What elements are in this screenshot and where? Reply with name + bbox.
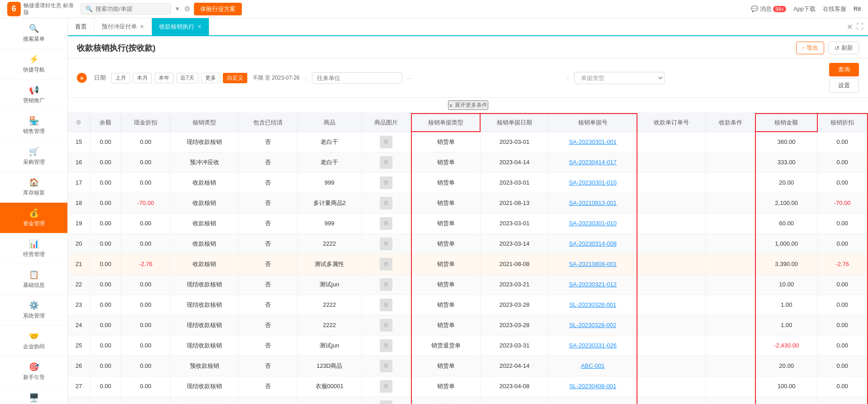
- sidebar-item-operations[interactable]: 📊 经营管理: [0, 233, 67, 264]
- cell-verify-bill-no[interactable]: SA-20230321-012: [549, 274, 637, 295]
- cell-goods-img: 图: [362, 376, 411, 396]
- expand-window-icon[interactable]: ⛶: [856, 23, 863, 31]
- cell-verify-amount: 1.00: [755, 295, 817, 315]
- sidebar-item-smart[interactable]: 🖥️ 智能硬件: [0, 387, 67, 404]
- cell-no: 20: [68, 233, 90, 254]
- online-service-link[interactable]: 在线客服: [823, 5, 846, 13]
- user-name[interactable]: Rit: [854, 5, 861, 12]
- date-btn-custom[interactable]: 自定义: [223, 73, 247, 83]
- sidebar-item-label-system: 系统管理: [23, 312, 45, 320]
- cell-verify-bill-no[interactable]: SL-20230418-001: [549, 396, 637, 404]
- th-settings[interactable]: ⚙: [68, 114, 90, 132]
- table-row: 22 0.00 0.00 现结收款核销 否 测试jun 图 销货单 2023-0…: [68, 274, 868, 295]
- sidebar-item-basic[interactable]: 📋 基础信息: [0, 264, 67, 295]
- cell-verify-type: 收款核销: [170, 254, 239, 274]
- cell-receipt-order-no: [637, 335, 706, 356]
- cell-cash-discount: 0.00: [121, 356, 170, 376]
- sidebar-item-label-inventory: 库存核算: [23, 189, 45, 197]
- table-row: 16 0.00 0.00 预冲冲应收 否 老白干 图 销货单 2023-04-1…: [68, 152, 868, 172]
- search-wrap[interactable]: 🔍: [80, 3, 171, 14]
- sidebar-item-enterprise[interactable]: 🤝 企业协同: [0, 326, 67, 356]
- type-filter-select[interactable]: 单据类型: [574, 72, 665, 84]
- sidebar-item-quick[interactable]: ⚡ 快捷导航: [0, 49, 67, 80]
- top-bar-right: 💬 消息 99+ App下载 在线客服 Rit: [751, 5, 861, 13]
- search-input[interactable]: [95, 5, 159, 12]
- cell-verify-bill-no[interactable]: SL-20230328-001: [549, 295, 637, 315]
- table-wrap[interactable]: ⚙ 余额 现金折扣 核销类型 包含已结清 商品 商品图片 核销单据类型 核销单据…: [68, 113, 868, 404]
- sidebar-item-sales[interactable]: 🏪 销售管理: [0, 110, 67, 141]
- cell-verify-bill-no[interactable]: SL-20230408-001: [549, 376, 637, 396]
- cell-receipt-condition: [706, 152, 755, 172]
- cell-receipt-order-no: [637, 213, 706, 233]
- query-button[interactable]: 查询: [829, 63, 859, 76]
- close-window-icon[interactable]: ✕: [847, 23, 853, 31]
- cell-verify-bill-no[interactable]: SA-20230331-026: [549, 335, 637, 356]
- cell-verify-bill-no[interactable]: SA-20230314-008: [549, 233, 637, 254]
- logo-icon: 6: [7, 2, 21, 16]
- quick-nav-icon: ⚡: [29, 54, 39, 64]
- sidebar-item-inventory[interactable]: 🏠 库存核算: [0, 172, 67, 203]
- date-filter-label: 日期: [94, 74, 106, 82]
- sidebar: 🔍 搜索菜单 ⚡ 快捷导航 📢 营销推广 🏪 销售管理 🛒 采购管理 🏠 库存核…: [0, 18, 68, 404]
- sidebar-item-label-quick: 快捷导航: [23, 66, 45, 74]
- date-btn-7days[interactable]: 近7天: [176, 73, 198, 83]
- cell-verify-bill-no[interactable]: SA-20230414-017: [549, 152, 637, 172]
- date-btn-this-month[interactable]: 本月: [133, 73, 152, 83]
- cell-verify-discount: -2.76: [817, 254, 868, 274]
- unit-filter-input[interactable]: [312, 72, 402, 84]
- page-header: 收款核销执行(按收款) ↑ 导出 ↺ 刷新: [68, 36, 868, 58]
- cell-verify-bill-no[interactable]: SA-20230301-010: [549, 213, 637, 233]
- export-button[interactable]: ↑ 导出: [796, 42, 825, 54]
- th-verify-type: 核销类型: [170, 114, 239, 132]
- expand-more-button[interactable]: ∨ 展开更多条件: [448, 100, 488, 110]
- date-btn-last-month[interactable]: 上月: [111, 73, 130, 83]
- tab-prepay[interactable]: 预付冲应付单 ✕: [94, 18, 152, 36]
- notification-badge: 99+: [773, 6, 786, 12]
- date-btn-more[interactable]: 更多: [201, 73, 220, 83]
- cell-goods: 衣服00001: [297, 376, 362, 396]
- cell-balance: 0.00: [90, 376, 121, 396]
- sidebar-item-purchase[interactable]: 🛒 采购管理: [0, 141, 67, 172]
- sidebar-item-marketing[interactable]: 📢 营销推广: [0, 80, 67, 110]
- table-row: 21 0.00 -2.76 收款核销 否 测试多属性 图 销货单 2021-08…: [68, 254, 868, 274]
- gear-icon[interactable]: ⚙: [184, 5, 190, 13]
- cell-include-settled: 否: [239, 193, 297, 213]
- cell-verify-bill-no[interactable]: SA-20210813-001: [549, 193, 637, 213]
- cell-verify-bill-no[interactable]: SL-20230328-002: [549, 315, 637, 335]
- main-layout: 🔍 搜索菜单 ⚡ 快捷导航 📢 营销推广 🏪 销售管理 🛒 采购管理 🏠 库存核…: [0, 18, 868, 404]
- cell-verify-discount: 0.00: [817, 376, 868, 396]
- notification-area[interactable]: 💬 消息 99+: [751, 5, 786, 13]
- sidebar-item-newbie[interactable]: 🎯 新手引导: [0, 356, 67, 387]
- cell-verify-bill-no[interactable]: SA-20230301-001: [549, 132, 637, 152]
- date-btn-this-year[interactable]: 本年: [155, 73, 174, 83]
- cell-cash-discount: 0.00: [121, 335, 170, 356]
- cell-include-settled: 否: [239, 132, 297, 152]
- cell-verify-bill-no[interactable]: SA-20230301-010: [549, 172, 637, 193]
- table-row: 28 0.00 0.00 现结收款核销 否 2222 图 销货单 2023-04…: [68, 396, 868, 404]
- tab-receivable[interactable]: 收款核销执行 ✕: [152, 18, 209, 36]
- cell-verify-bill-date: 2023-03-28: [480, 315, 549, 335]
- app-download-link[interactable]: App下载: [793, 5, 816, 13]
- refresh-button[interactable]: ↺ 刷新: [829, 42, 859, 54]
- top-search-area: 🔍 ▼ ⚙ 体验行业方案: [80, 3, 745, 15]
- industry-button[interactable]: 体验行业方案: [194, 3, 242, 15]
- filter-expand-button[interactable]: »: [77, 73, 87, 83]
- chevron-down-icon[interactable]: ▼: [175, 5, 180, 12]
- cell-verify-bill-type: 销货单: [411, 152, 480, 172]
- cell-goods: 老白干: [297, 132, 362, 152]
- cell-receipt-condition: [706, 356, 755, 376]
- sidebar-item-system[interactable]: ⚙️ 系统管理: [0, 295, 67, 326]
- tab-prepay-close[interactable]: ✕: [140, 24, 144, 30]
- setting-button[interactable]: 设置: [829, 78, 859, 93]
- cell-verify-bill-no[interactable]: ABC-001: [549, 356, 637, 376]
- cell-cash-discount: 0.00: [121, 274, 170, 295]
- tab-receivable-close[interactable]: ✕: [197, 24, 202, 30]
- search-icon: 🔍: [85, 5, 93, 12]
- tab-home[interactable]: 首页: [68, 18, 94, 36]
- cell-verify-amount: 333.00: [755, 152, 817, 172]
- cell-goods: 老白干: [297, 152, 362, 172]
- sidebar-item-search[interactable]: 🔍 搜索菜单: [0, 18, 67, 49]
- cell-include-settled: 否: [239, 274, 297, 295]
- sidebar-item-finance[interactable]: 💰 资金管理: [0, 203, 67, 233]
- cell-verify-bill-no[interactable]: SA-20210808-001: [549, 254, 637, 274]
